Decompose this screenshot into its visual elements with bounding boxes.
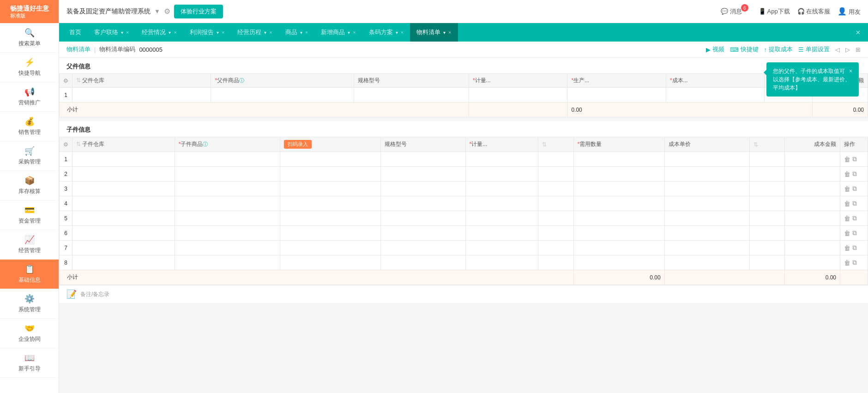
- child-qty-cell[interactable]: [573, 181, 664, 196]
- child-qty-cell[interactable]: [573, 211, 664, 226]
- tab-close-icon[interactable]: ×: [222, 30, 224, 35]
- child-unit-cost-cell[interactable]: [664, 255, 749, 270]
- child-unit-cost-cell[interactable]: [664, 241, 749, 255]
- tab-barcode[interactable]: 条码方案 ▾ ×: [362, 23, 410, 42]
- video-tool[interactable]: ▶ 视频: [706, 45, 724, 54]
- copy-icon[interactable]: ⧉: [852, 155, 857, 163]
- child-spec-cell[interactable]: [380, 152, 465, 167]
- child-unit-cell[interactable]: [465, 196, 538, 211]
- child-col-scan[interactable]: 扫码录入: [280, 137, 380, 152]
- tab-close-icon[interactable]: ×: [448, 30, 451, 35]
- messages-area[interactable]: 💬 消息 6: [721, 7, 751, 16]
- child-unit-cell[interactable]: [465, 167, 538, 181]
- tab-close-icon[interactable]: ×: [305, 30, 308, 35]
- breadcrumb-bom[interactable]: 物料清单: [66, 45, 90, 54]
- sidebar-item-purchase[interactable]: 🛒 采购管理: [0, 141, 59, 171]
- delete-icon[interactable]: 🗑: [844, 200, 850, 207]
- extract-cost-tool[interactable]: ↑ 提取成本: [764, 45, 793, 54]
- child-warehouse-cell[interactable]: [72, 241, 175, 255]
- child-goods-cell[interactable]: [175, 211, 280, 226]
- child-spec-cell[interactable]: [380, 211, 465, 226]
- child-spec-cell[interactable]: [380, 181, 465, 196]
- copy-icon[interactable]: ⧉: [852, 259, 857, 266]
- tab-close-icon[interactable]: ×: [353, 30, 356, 35]
- close-all-icon[interactable]: ✕: [852, 29, 864, 36]
- sidebar-item-finance[interactable]: 💳 资金管理: [0, 200, 59, 230]
- child-unit-cost-cell[interactable]: [664, 181, 749, 196]
- sidebar-item-search[interactable]: 🔍 搜索菜单: [0, 23, 59, 53]
- child-unit-cell[interactable]: [465, 152, 538, 167]
- copy-icon[interactable]: ⧉: [852, 229, 857, 237]
- child-warehouse-cell[interactable]: [72, 255, 175, 270]
- child-qty-cell[interactable]: [573, 167, 664, 181]
- tab-bom[interactable]: 物料清单 ▾ ×: [410, 23, 458, 42]
- delete-icon[interactable]: 🗑: [844, 185, 850, 193]
- child-warehouse-cell[interactable]: [72, 181, 175, 196]
- tab-new-goods[interactable]: 新增商品 ▾ ×: [314, 23, 362, 42]
- delete-icon[interactable]: 🗑: [844, 259, 850, 266]
- single-settings-tool[interactable]: ☰ 单据设置: [798, 45, 830, 54]
- child-warehouse-cell[interactable]: [72, 211, 175, 226]
- settings-icon[interactable]: ⚙: [164, 7, 170, 16]
- child-qty-cell[interactable]: [573, 226, 664, 241]
- child-spec-cell[interactable]: [380, 196, 465, 211]
- nav-next-icon[interactable]: ▷: [845, 46, 850, 53]
- app-download-link[interactable]: 📱 App下载: [759, 7, 790, 16]
- child-unit-cost-cell[interactable]: [664, 167, 749, 181]
- parent-produce-cell[interactable]: [567, 88, 666, 103]
- copy-icon[interactable]: ⧉: [852, 200, 857, 207]
- tab-home[interactable]: 首页: [63, 23, 88, 42]
- delete-icon[interactable]: 🗑: [844, 215, 850, 222]
- copy-icon[interactable]: ⧉: [852, 185, 857, 193]
- child-warehouse-cell[interactable]: [72, 167, 175, 181]
- child-goods-cell[interactable]: [175, 167, 280, 181]
- tab-close-icon[interactable]: ×: [126, 30, 129, 35]
- tab-operations[interactable]: 经营情况 ▾ ×: [135, 23, 183, 42]
- tooltip-close-button[interactable]: ×: [849, 67, 852, 75]
- parent-unit-cell[interactable]: [469, 88, 567, 103]
- online-service-link[interactable]: 🎧 在线客服: [797, 7, 831, 16]
- sidebar-item-inventory[interactable]: 📦 库存核算: [0, 171, 59, 200]
- child-goods-cell[interactable]: [175, 196, 280, 211]
- child-qty-cell[interactable]: [573, 241, 664, 255]
- child-goods-cell[interactable]: [175, 152, 280, 167]
- tab-close-icon[interactable]: ×: [269, 30, 272, 35]
- copy-icon[interactable]: ⧉: [852, 244, 857, 252]
- delete-icon[interactable]: 🗑: [844, 156, 850, 163]
- sidebar-item-guide[interactable]: 📖 新手引导: [0, 348, 59, 378]
- tab-close-icon[interactable]: ×: [174, 30, 176, 35]
- child-unit-cell[interactable]: [465, 226, 538, 241]
- delete-icon[interactable]: 🗑: [844, 170, 850, 178]
- child-spec-cell[interactable]: [380, 255, 465, 270]
- child-spec-cell[interactable]: [380, 226, 465, 241]
- nav-prev-icon[interactable]: ◁: [835, 46, 840, 53]
- tab-profit[interactable]: 利润报告 ▾ ×: [183, 23, 231, 42]
- parent-cost-cell[interactable]: [666, 88, 765, 103]
- delete-icon[interactable]: 🗑: [844, 244, 850, 252]
- child-warehouse-cell[interactable]: [72, 226, 175, 241]
- trial-button[interactable]: 体验行业方案: [174, 5, 223, 18]
- child-unit-cost-cell[interactable]: [664, 152, 749, 167]
- child-unit-cell[interactable]: [465, 211, 538, 226]
- tab-goods[interactable]: 商品 ▾ ×: [279, 23, 314, 42]
- parent-spec-cell[interactable]: [354, 88, 469, 103]
- sidebar-item-marketing[interactable]: 📢 营销推广: [0, 82, 59, 112]
- child-qty-cell[interactable]: [573, 152, 664, 167]
- child-qty-cell[interactable]: [573, 255, 664, 270]
- sidebar-item-sales[interactable]: 💰 销售管理: [0, 112, 59, 141]
- child-goods-cell[interactable]: [175, 181, 280, 196]
- sidebar-item-system[interactable]: ⚙️ 系统管理: [0, 289, 59, 319]
- child-unit-cell[interactable]: [465, 255, 538, 270]
- child-goods-cell[interactable]: [175, 241, 280, 255]
- grid-view-icon[interactable]: ⊞: [856, 46, 861, 53]
- child-unit-cost-cell[interactable]: [664, 211, 749, 226]
- tab-close-icon[interactable]: ×: [401, 30, 404, 35]
- sidebar-item-basic-info[interactable]: 📋 基础信息: [0, 260, 59, 289]
- child-goods-cell[interactable]: [175, 226, 280, 241]
- dropdown-arrow-icon[interactable]: ▼: [154, 8, 160, 15]
- parent-warehouse-cell[interactable]: [72, 88, 211, 103]
- copy-icon[interactable]: ⧉: [852, 170, 857, 178]
- child-qty-cell[interactable]: [573, 196, 664, 211]
- scan-input-button[interactable]: 扫码录入: [284, 140, 312, 149]
- child-spec-cell[interactable]: [380, 167, 465, 181]
